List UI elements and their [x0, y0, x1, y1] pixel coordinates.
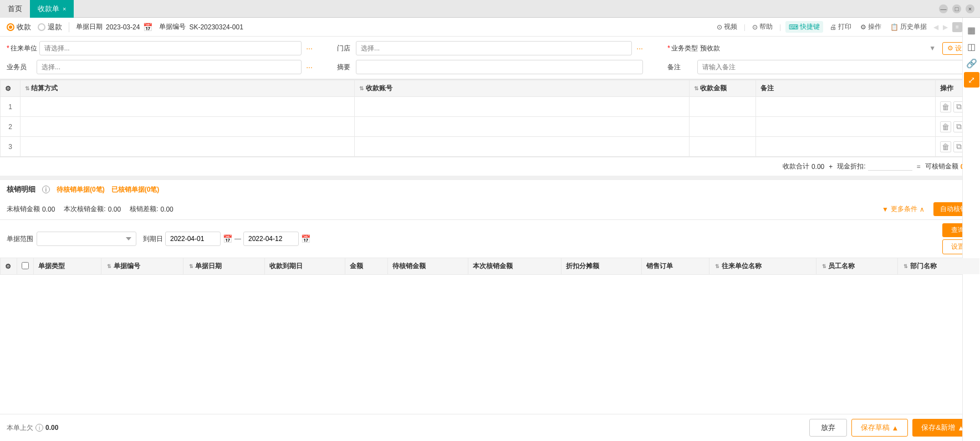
tab-receipt[interactable]: 收款单 × [30, 0, 74, 18]
date-to-calendar-icon[interactable]: 📅 [301, 234, 310, 243]
video-button[interactable]: ⊙ 视频 [714, 21, 739, 33]
col-sales-order-header: 销售订单 [641, 258, 709, 275]
store-input[interactable] [356, 41, 632, 55]
draft-button[interactable]: 保存草稿 ▲ [851, 419, 908, 437]
radio-refund[interactable]: 退款 [38, 22, 62, 32]
radio-receipt[interactable]: 收款 [7, 22, 31, 32]
radio-receipt-dot [7, 23, 14, 31]
total-label: 收款合计 [783, 162, 809, 171]
bottom-table-area: ⚙ 单据类型 ⇅ 单据编号 ⇅ [0, 258, 980, 414]
unverified-label: 未核销金额 [7, 204, 40, 214]
settlement-1[interactable] [21, 97, 355, 117]
footer-info-icon[interactable]: i [35, 424, 43, 432]
this-verify-value: 0.00 [108, 206, 121, 213]
delete-row-3-icon[interactable]: 🗑 [940, 141, 951, 152]
settlement-3[interactable] [21, 137, 355, 157]
salesperson-input[interactable] [37, 60, 302, 74]
range-label: 单据范围 [7, 234, 33, 244]
help-icon: ⊙ [752, 23, 758, 31]
more-conditions-button[interactable]: ▼ 更多条件 ∧ [882, 204, 925, 214]
sidebar-expand-icon[interactable]: ⤢ [964, 72, 979, 88]
col-due-date-header: 收款到期日 [265, 258, 345, 275]
pending-tab-link[interactable]: 待核销单据(0笔) [57, 185, 105, 194]
filter-row: 单据范围 到期日 📅 — 📅 查询 设置 [0, 219, 980, 258]
table-row: 1 🗑 ⧉ [1, 97, 980, 117]
tab-close-icon[interactable]: × [63, 6, 66, 12]
help-label: 帮助 [759, 22, 773, 32]
layout-list-icon[interactable]: ≡ [952, 22, 962, 32]
date-from-input[interactable] [165, 232, 221, 246]
divider1 [69, 22, 69, 32]
delete-row-2-icon[interactable]: 🗑 [940, 121, 951, 132]
col-employee-label: 员工名称 [828, 262, 855, 270]
main-table: ⚙ ⇅ 结算方式 ⇅ 收款账号 ⇅ 收款金额 备注 [0, 80, 980, 157]
delete-row-1-icon[interactable]: 🗑 [940, 101, 951, 112]
info-symbol: i [39, 425, 40, 431]
col-amount-header-b: 金额 [345, 258, 388, 275]
col-dept-label: 部门名称 [910, 262, 937, 270]
amount-3[interactable] [689, 137, 756, 157]
note-input[interactable] [697, 60, 973, 74]
chevron-up-icon: ∧ [920, 206, 925, 213]
diff-stat: 核销差额: 0.00 [130, 204, 173, 214]
window-controls: — □ × [939, 4, 980, 13]
done-tab-link[interactable]: 已核销单据(0笔) [111, 185, 160, 194]
range-select[interactable] [37, 232, 136, 246]
doc-date-calendar-icon[interactable]: 📅 [143, 23, 152, 32]
account-1[interactable] [355, 97, 689, 117]
abandon-button[interactable]: 放弃 [809, 419, 847, 437]
col-this-verify-label: 本次核销金额 [473, 262, 513, 270]
sidebar-link-icon[interactable]: 🔗 [964, 55, 979, 71]
form-row-1: 往来单位 ··· 门店 ··· 业务类型 预收款 ▼ ⚙ 设置 [7, 41, 973, 55]
col-doc-type-header: 单据类型 [34, 258, 101, 275]
counterpart-more-icon[interactable]: ··· [306, 44, 313, 53]
note-1[interactable] [756, 97, 935, 117]
note-2[interactable] [756, 117, 935, 137]
date-to-input[interactable] [243, 232, 299, 246]
operation-button[interactable]: ⚙ 操作 [858, 21, 884, 33]
row-num-2: 2 [1, 117, 21, 137]
verify-info-icon[interactable]: i [42, 186, 50, 193]
col-settings-bottom-icon[interactable]: ⚙ [5, 263, 11, 270]
shortcut-label: 快捷键 [800, 22, 820, 32]
maximize-button[interactable]: □ [952, 4, 961, 13]
counterpart-input[interactable] [39, 41, 302, 55]
note-3[interactable] [756, 137, 935, 157]
tab-home[interactable]: 首页 [0, 0, 30, 18]
col-doc-no-label: 单据编号 [114, 262, 140, 270]
close-button[interactable]: × [966, 4, 974, 13]
amount-1[interactable] [689, 97, 756, 117]
done-tab-label: 已核销单据(0笔) [111, 186, 160, 193]
sidebar-table-icon[interactable]: ▦ [964, 22, 979, 38]
col-check-header: ⚙ [1, 258, 17, 275]
summary-input[interactable] [356, 60, 643, 74]
store-more-icon[interactable]: ··· [636, 44, 643, 53]
equals-sign: = [917, 163, 921, 171]
select-all-checkbox[interactable] [22, 262, 29, 269]
amount-2[interactable] [689, 117, 756, 137]
settings-gear-icon: ⚙ [947, 44, 953, 52]
date-from-calendar-icon[interactable]: 📅 [223, 234, 232, 243]
col-counterpart-label: 往来单位名称 [722, 262, 762, 270]
table-row: 2 🗑 ⧉ [1, 117, 980, 137]
verify-header: 核销明细 i 待核销单据(0笔) 已核销单据(0笔) [0, 180, 980, 199]
shortcut-button[interactable]: ⌨ 快捷键 [785, 21, 823, 33]
salesperson-more-icon[interactable]: ··· [306, 63, 313, 71]
print-button[interactable]: 🖨 打印 [828, 21, 854, 33]
history-icon: 📋 [890, 23, 899, 31]
col-settings-header[interactable]: ⚙ [1, 80, 21, 97]
col-discount-header: 折扣分摊额 [561, 258, 641, 275]
help-button[interactable]: ⊙ 帮助 [750, 21, 775, 33]
col-settlement-label: 结算方式 [31, 84, 58, 92]
print-label: 打印 [838, 22, 851, 32]
account-3[interactable] [355, 137, 689, 157]
account-2[interactable] [355, 117, 689, 137]
right-sidebar: ▦ ◫ 🔗 ⤢ [962, 18, 980, 441]
col-this-verify-header: 本次核销金额 [468, 258, 562, 275]
business-type-arrow[interactable]: ▼ [929, 44, 936, 52]
sidebar-doc-icon[interactable]: ◫ [964, 39, 979, 54]
history-button[interactable]: 📋 历史单据 [888, 21, 929, 33]
settlement-2[interactable] [21, 117, 355, 137]
discount-input[interactable] [868, 162, 912, 171]
minimize-button[interactable]: — [939, 4, 948, 13]
